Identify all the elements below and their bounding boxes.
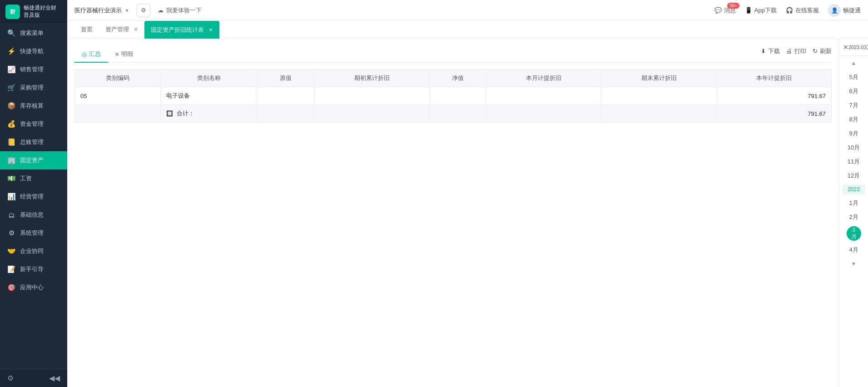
customer-service-label: 在线客服 [795,6,819,15]
cell-total-period-end-dep [601,105,716,123]
sidebar-item-inventory[interactable]: 📦 库存核算 [0,97,67,115]
cell-initial-dep-0 [314,87,429,105]
depreciation-table-wrapper: 类别编码 类别名称 原值 期初累计折旧 净值 本月计提折旧 期末累计折旧 本年计… [74,69,832,380]
download-button[interactable]: ⬇ 下载 [761,47,780,55]
topbar-settings-button[interactable]: ⚙ [137,4,150,17]
col-header-initial-depreciation: 期初累计折旧 [314,69,429,87]
sidebar-item-fixed-assets[interactable]: 🏢 固定资产 [0,151,67,169]
sidebar-item-system[interactable]: ⚙ 系统管理 [0,224,67,242]
tab-bar: 首页 资产管理 ✕ 固定资产折旧统计表 ✕ [67,21,868,39]
refresh-button[interactable]: ↻ 刷新 [813,47,832,55]
date-month-item[interactable]: 9月 [842,127,865,140]
cell-total-yearly-dep: 791.67 [716,105,831,123]
ledger-icon: 📒 [7,138,15,146]
sidebar-item-label-purchase: 采购管理 [20,84,44,92]
tab-fixed-asset-label: 固定资产折旧统计表 [151,26,204,34]
sidebar-item-payroll[interactable]: 💵 工资 [0,169,67,188]
company-selector[interactable]: 医疗器械行业演示 ▼ [74,6,129,15]
tab-fixed-asset-depreciation[interactable]: 固定资产折旧统计表 ✕ [144,21,219,39]
tab-asset-management[interactable]: 资产管理 ✕ [99,21,144,39]
sidebar-item-label-operations: 经营管理 [20,193,44,201]
company-dropdown-icon: ▼ [124,8,129,13]
message-badge: 99+ [727,3,739,9]
date-month-item[interactable]: 6月 [842,84,865,98]
cell-total-label: 🔲 合计： [161,105,258,123]
date-month-item[interactable]: 4月 [842,243,865,257]
sidebar-item-sales[interactable]: 📈 销售管理 [0,60,67,79]
sidebar-item-quick-nav[interactable]: ⚡ 快捷导航 [0,42,67,60]
tab-home[interactable]: 首页 [74,21,99,39]
subtab-summary[interactable]: ◎ 汇总 [74,46,108,63]
sidebar-item-guide[interactable]: 📝 新手引导 [0,260,67,278]
collapse-icon[interactable]: ◀◀ [49,374,60,382]
close-panel-button[interactable]: ✕ [843,44,848,51]
sidebar-item-label-system: 系统管理 [20,229,44,237]
total-label-text: 合计： [177,110,194,117]
download-label: 下载 [768,47,780,55]
date-month-item[interactable]: 12月 [842,169,865,183]
sidebar-item-operations[interactable]: 📊 经营管理 [0,188,67,206]
avatar: 👤 [828,4,841,17]
content-area: ◎ 汇总 ≡ 明细 ⬇ 下载 🖨 打印 [67,39,868,387]
app-download-button[interactable]: 📱 App下载 [745,6,777,15]
date-month-item[interactable]: 2月 [842,210,865,224]
total-icon: 🔲 [166,110,173,117]
print-label: 打印 [794,47,806,55]
cell-name-0: 电子设备 [161,87,258,105]
download-icon: ⬇ [761,48,766,55]
subtab-detail-label: 明细 [121,50,133,58]
refresh-label: 刷新 [820,47,832,55]
sidebar-logo: 财 畅捷通好业财 普及版 [0,0,67,24]
date-month-current[interactable]: 3月 [847,226,861,241]
sidebar-item-app-center[interactable]: 🎯 应用中心 [0,278,67,297]
date-sidebar: ▲ 5月 6月 7月 8月 9月 10月 11月 12月 2023 1月 2月 … [839,56,868,387]
message-button[interactable]: 💬 消息 99+ [714,6,736,15]
col-header-monthly-depreciation: 本月计提折旧 [486,69,601,87]
print-button[interactable]: 🖨 打印 [786,47,806,55]
guide-icon: 📝 [7,265,15,273]
user-menu[interactable]: 👤 畅捷通 [828,4,861,17]
settings-icon[interactable]: ⚙ [7,374,14,382]
sidebar-nav: 🔍 搜索菜单 ⚡ 快捷导航 📈 销售管理 🛒 采购管理 📦 库存核算 💰 资金管… [0,24,67,369]
sidebar-item-search[interactable]: 🔍 搜索菜单 [0,24,67,42]
tab-asset-management-close[interactable]: ✕ [134,26,138,33]
fixed-assets-icon: 🏢 [7,156,15,164]
sidebar-bottom: ⚙ ◀◀ [0,369,67,387]
search-nav-icon: 🔍 [7,29,15,37]
tab-fixed-asset-close[interactable]: ✕ [208,27,213,33]
date-month-item[interactable]: 1月 [842,196,865,210]
date-nav-up[interactable]: ▲ [848,58,859,69]
user-label: 畅捷通 [843,6,861,15]
date-month-item[interactable]: 5月 [842,70,865,84]
logo-icon: 财 [5,5,20,19]
date-panel-header: ✕ 2023.03 ⛶ [839,39,868,56]
basic-info-icon: 🗂 [7,211,15,219]
sidebar-item-funds[interactable]: 💰 资金管理 [0,115,67,133]
customer-service-button[interactable]: 🎧 在线客服 [786,6,819,15]
sidebar-item-ledger[interactable]: 📒 总账管理 [0,133,67,151]
sidebar-item-enterprise[interactable]: 🤝 企业协同 [0,242,67,260]
quick-nav-icon: ⚡ [7,47,15,55]
sidebar-item-label-enterprise: 企业协同 [20,247,44,255]
funds-icon: 💰 [7,120,15,128]
date-month-item[interactable]: 8月 [842,113,865,126]
date-nav-down[interactable]: ▼ [848,258,859,269]
col-header-net-value: 净值 [429,69,486,87]
experience-button[interactable]: ☁ 我要体验一下 [158,6,202,15]
toolbar: ⬇ 下载 🖨 打印 ↻ 刷新 [761,47,832,55]
date-month-item[interactable]: 10月 [842,141,865,154]
date-month-item[interactable]: 11月 [842,155,865,169]
date-month-item[interactable]: 7月 [842,99,865,112]
logo-text: 畅捷通好业财 普及版 [24,5,56,19]
sidebar-item-purchase[interactable]: 🛒 采购管理 [0,79,67,97]
cell-net-value-0 [429,87,486,105]
system-icon: ⚙ [7,229,15,237]
operations-icon: 📊 [7,193,15,201]
experience-label: 我要体验一下 [166,6,202,15]
sidebar-item-label-ledger: 总账管理 [20,138,44,146]
logo-title: 畅捷通好业财 [24,5,56,12]
summary-tab-icon: ◎ [82,51,87,58]
sidebar-item-basic-info[interactable]: 🗂 基础信息 [0,206,67,224]
cell-total-empty [75,105,161,123]
subtab-detail[interactable]: ≡ 明细 [108,46,140,63]
